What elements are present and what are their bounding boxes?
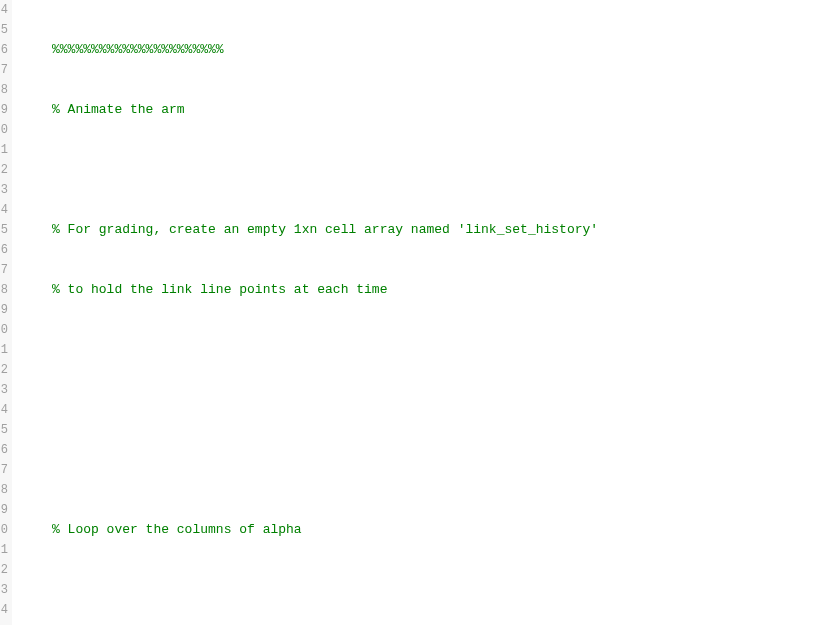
line-number: 3	[0, 180, 8, 200]
code-line[interactable]: % Animate the arm	[20, 100, 826, 120]
code-line[interactable]: % to hold the link line points at each t…	[20, 280, 826, 300]
comment-text: % Loop over the columns of alpha	[52, 522, 302, 537]
line-number: 9	[0, 100, 8, 120]
line-number: 3	[0, 380, 8, 400]
line-number: 4	[0, 0, 8, 20]
line-number: 0	[0, 120, 8, 140]
line-number-gutter: 4 5 6 7 8 9 0 1 2 3 4 5 6 7 8 9 0 1 2 3 …	[0, 0, 12, 625]
line-number: 7	[0, 260, 8, 280]
line-number: 8	[0, 480, 8, 500]
line-number: 2	[0, 560, 8, 580]
line-number: 5	[0, 20, 8, 40]
line-number: 7	[0, 60, 8, 80]
code-line[interactable]	[20, 460, 826, 480]
line-number: 5	[0, 220, 8, 240]
line-number: 8	[0, 280, 8, 300]
code-line[interactable]	[20, 160, 826, 180]
line-number: 6	[0, 40, 8, 60]
line-number: 9	[0, 300, 8, 320]
line-number: 4	[0, 200, 8, 220]
line-number: 7	[0, 460, 8, 480]
code-editor[interactable]: %%%%%%%%%%%%%%%%%%%%%% % Animate the arm…	[12, 0, 826, 625]
line-number: 8	[0, 80, 8, 100]
line-number: 0	[0, 320, 8, 340]
comment-text: % to hold the link line points at each t…	[52, 282, 387, 297]
code-line[interactable]	[20, 340, 826, 360]
comment-text: %%%%%%%%%%%%%%%%%%%%%%	[52, 42, 224, 57]
line-number: 3	[0, 580, 8, 600]
line-number: 9	[0, 500, 8, 520]
line-number: 2	[0, 360, 8, 380]
code-line[interactable]	[20, 580, 826, 600]
line-number: 6	[0, 240, 8, 260]
comment-text: % Animate the arm	[52, 102, 185, 117]
line-number: 4	[0, 400, 8, 420]
line-number: 1	[0, 140, 8, 160]
comment-text: % For grading, create an empty 1xn cell …	[52, 222, 598, 237]
line-number: 1	[0, 340, 8, 360]
code-line[interactable]	[20, 400, 826, 420]
line-number: 1	[0, 540, 8, 560]
line-number: 4	[0, 600, 8, 620]
line-number: 0	[0, 520, 8, 540]
code-line[interactable]: % For grading, create an empty 1xn cell …	[20, 220, 826, 240]
line-number: 6	[0, 440, 8, 460]
line-number: 2	[0, 160, 8, 180]
code-line[interactable]: %%%%%%%%%%%%%%%%%%%%%%	[20, 40, 826, 60]
code-line[interactable]: % Loop over the columns of alpha	[20, 520, 826, 540]
line-number: 5	[0, 420, 8, 440]
